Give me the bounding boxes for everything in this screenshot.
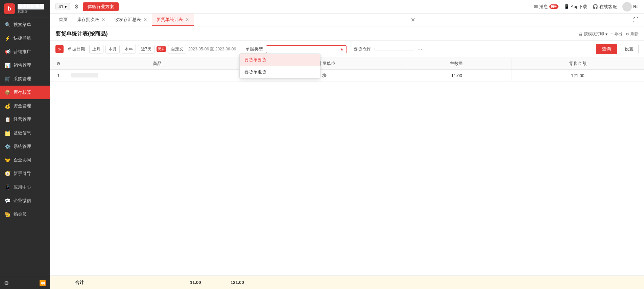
tab-close-inventory[interactable]: ✕ [102, 17, 105, 22]
tab-home[interactable]: 首页 [54, 14, 72, 26]
shortcut-icon: ⚡ [4, 35, 11, 42]
purchase-icon: 🛒 [4, 75, 11, 82]
row-quantity: 11.00 [402, 70, 511, 82]
row-amount: 121.00 [511, 70, 644, 82]
table-header-row: ⚙ 商品 主计量单位 主数量 零售金额 [50, 58, 644, 70]
headset-icon: 🎧 [593, 4, 598, 9]
sidebar-item-app-center[interactable]: 📱 应用中心 [0, 180, 50, 194]
dropdown-item-order-goods[interactable]: 要货单要货 [240, 54, 320, 66]
refresh-button[interactable]: ↺ 刷新 [626, 31, 639, 37]
app-center-icon: 📱 [4, 184, 11, 191]
type-filter-group: 单据类型 ▲ [245, 45, 347, 53]
settings-gear-icon[interactable]: ⚙ [74, 3, 79, 10]
member-icon: 👑 [4, 211, 11, 218]
sidebar-logo: b 畅捷通好生意 标准版 [0, 0, 50, 18]
tab-order-stats[interactable]: 要货单统计表 ✕ [152, 14, 194, 26]
filter-actions: 查询 设置 [596, 44, 639, 54]
user-profile[interactable]: Rit [622, 2, 639, 12]
system-icon: ⚙️ [4, 143, 11, 150]
operation-icon: 📋 [4, 116, 11, 123]
sales-icon: 📊 [4, 62, 11, 69]
query-button[interactable]: 查询 [596, 44, 617, 54]
date-range-text: 2023-05-06 至 2023-06-06 [188, 46, 236, 52]
date-btn-custom[interactable]: 自定义 [168, 45, 186, 53]
refresh-icon: ↺ [626, 32, 629, 37]
print-template-button[interactable]: 🖨 按模板打印 ▾ [578, 31, 607, 37]
sidebar-item-guide[interactable]: 🧭 新手引导 [0, 167, 50, 180]
col-settings[interactable]: ⚙ [50, 58, 67, 70]
warehouse-select[interactable] [374, 48, 414, 50]
date-btn-this-month[interactable]: 本月 [105, 45, 120, 53]
set-button[interactable]: 设置 [620, 44, 639, 54]
page-title: 要货单统计表(按商品) [55, 30, 108, 38]
date-btn-last-month[interactable]: 上月 [89, 45, 103, 53]
export-icon: ↑ [611, 32, 613, 37]
sidebar-item-inventory[interactable]: 📦 库存核算 [0, 86, 50, 99]
basic-info-icon: 🗂️ [4, 130, 11, 136]
header-right: ✉ 消息 99+ 📱 App下载 🎧 在线客服 Rit [534, 2, 639, 12]
sidebar-item-member[interactable]: 👑 畅会员 [0, 207, 50, 221]
avatar [622, 2, 632, 12]
sidebar-item-sales[interactable]: 📊 销售管理 [0, 59, 50, 72]
sidebar-item-shortcut[interactable]: ⚡ 快捷导航 [0, 31, 50, 45]
sidebar-item-basic-info[interactable]: 🗂️ 基础信息 [0, 126, 50, 140]
tab-close-receive[interactable]: ✕ [144, 17, 147, 22]
type-caret-up-icon[interactable]: ▲ [340, 47, 344, 51]
warehouse-label: 要货仓库 [354, 46, 371, 52]
sidebar-item-system[interactable]: ⚙️ 系统管理 [0, 140, 50, 153]
date-btn-last-7days[interactable]: 近7天 [138, 45, 154, 53]
type-dropdown-menu: 要货单要货 要货单退货 [239, 53, 320, 79]
tab-close-order[interactable]: ✕ [186, 17, 189, 22]
sidebar-item-search[interactable]: 🔍 搜索菜单 [0, 18, 50, 31]
table-area: ⚙ 商品 主计量单位 主数量 零售金额 1 块 11.00 121.00 [50, 58, 644, 275]
collapse-icon[interactable]: ⏪ [39, 280, 46, 286]
data-table: ⚙ 商品 主计量单位 主数量 零售金额 1 块 11.00 121.00 [50, 58, 644, 82]
sidebar: b 畅捷通好生意 标准版 🔍 搜索菜单 ⚡ 快捷导航 📢 营销推广 📊 销售管理… [0, 0, 50, 289]
product-blurred [71, 73, 98, 77]
date-filter-label: 单据日期 [68, 46, 85, 52]
footer-label: 合计 [71, 280, 145, 286]
chevron-down-icon: ▾ [65, 4, 67, 9]
sidebar-item-marketing[interactable]: 📢 营销推广 [0, 45, 50, 59]
tab-inventory-batch[interactable]: 库存批次账 ✕ [72, 14, 110, 26]
page-title-bar: 要货单统计表(按商品) 🖨 按模板打印 ▾ ↑ 导出 ↺ 刷新 [50, 26, 644, 41]
finance-icon: 💰 [4, 103, 11, 109]
tabs-expand[interactable]: ⛶ [632, 14, 640, 26]
logo-text: 畅捷通好生意 标准版 [18, 4, 44, 14]
page-actions: 🖨 按模板打印 ▾ ↑ 导出 ↺ 刷新 [578, 31, 639, 37]
footer-amount: 121.00 [226, 280, 267, 285]
table-row: 1 块 11.00 121.00 [50, 70, 644, 82]
sidebar-item-purchase[interactable]: 🛒 采购管理 [0, 72, 50, 86]
export-button[interactable]: ↑ 导出 [611, 31, 622, 37]
tab-receive-send[interactable]: 收发存汇总表 ✕ [110, 14, 152, 26]
row-product [67, 70, 247, 82]
app-download-button[interactable]: 📱 App下载 [564, 4, 587, 10]
sidebar-item-operation[interactable]: 📋 经营管理 [0, 113, 50, 126]
footer-quantity: 11.00 [186, 280, 226, 285]
sidebar-nav: 🔍 搜索菜单 ⚡ 快捷导航 📢 营销推广 📊 销售管理 🛒 采购管理 📦 库存核… [0, 18, 50, 277]
col-quantity: 主数量 [402, 58, 511, 70]
type-select-input[interactable] [269, 47, 338, 52]
logo-icon: b [4, 3, 15, 14]
search-icon: 🔍 [4, 21, 11, 28]
trial-button[interactable]: 体验行业方案 [83, 2, 119, 11]
warehouse-more-icon[interactable]: ⋯ [417, 46, 423, 52]
tabs-close-all[interactable]: ✕ [409, 14, 416, 26]
top-header: 41 ▾ ⚙ 体验行业方案 ✉ 消息 99+ 📱 App下载 🎧 在线客服 R [50, 0, 644, 14]
sidebar-item-wechat[interactable]: 💬 企业微信 [0, 194, 50, 207]
messages-badge: 99+ [549, 4, 558, 9]
date-more-badge[interactable]: 更多 [157, 46, 166, 52]
sidebar-item-enterprise[interactable]: 🤝 企业协同 [0, 153, 50, 167]
wechat-icon: 💬 [4, 197, 11, 204]
filter-expand-button[interactable]: » [55, 45, 64, 53]
date-btn-this-year[interactable]: 本年 [122, 45, 136, 53]
sidebar-item-finance[interactable]: 💰 资金管理 [0, 99, 50, 113]
online-service-button[interactable]: 🎧 在线客服 [593, 4, 617, 10]
settings-icon[interactable]: ⚙ [4, 280, 9, 286]
dropdown-item-order-return[interactable]: 要货单退货 [240, 66, 320, 78]
company-selector[interactable]: 41 ▾ [55, 3, 70, 10]
type-select-box[interactable]: ▲ [266, 45, 347, 53]
date-filter-group: 上月 本月 本年 近7天 更多 自定义 2023-05-06 至 2023-06… [89, 45, 236, 53]
messages-button[interactable]: ✉ 消息 99+ [534, 4, 558, 10]
print-icon: 🖨 [578, 32, 582, 37]
